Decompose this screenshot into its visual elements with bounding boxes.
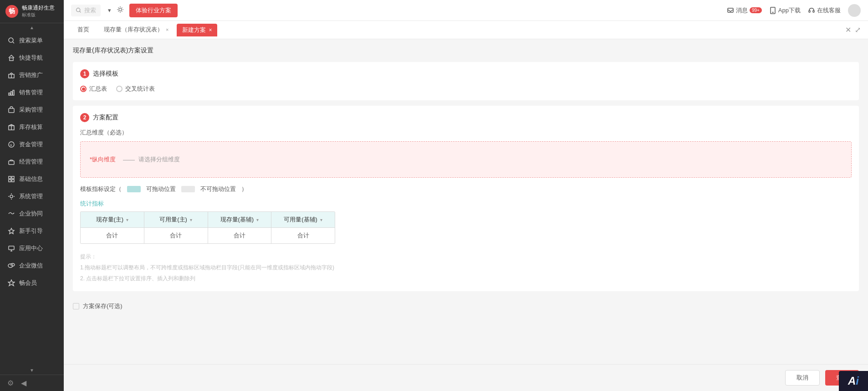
stat-col-header-1-label: 可用量(主) (159, 216, 187, 224)
sidebar-item-purchase[interactable]: 采购管理 (0, 101, 64, 118)
wechat-icon (7, 262, 15, 270)
topbar-dropdown[interactable]: ▾ (106, 7, 111, 14)
radio-summary[interactable]: 汇总表 (80, 85, 107, 93)
svg-rect-15 (12, 176, 14, 179)
grid-icon (7, 175, 15, 183)
sidebar-item-label: 企业微信 (19, 262, 43, 270)
sidebar-scroll-up[interactable]: ▲ (0, 23, 64, 32)
sidebar-item-marketing[interactable]: 营销推广 (0, 67, 64, 84)
dimension-placeholder: 请选择分组维度 (138, 155, 180, 164)
topbar-search-icon (76, 7, 82, 13)
template-radio-group: 汇总表 交叉统计表 (80, 85, 852, 93)
chevron-down-icon-1: ▾ (190, 217, 192, 222)
radio-cross-circle (116, 86, 123, 92)
cancel-button[interactable]: 取消 (785, 370, 820, 386)
avatar[interactable] (848, 4, 861, 17)
section1-header: 1 选择模板 (80, 69, 852, 78)
tips-area: 提示： 1.拖动标题栏可以调整布局，不可跨维度或指标区域拖动栏目字段(只能在同一… (80, 251, 852, 284)
sidebar-item-label: 企业协同 (19, 210, 43, 218)
svg-point-28 (119, 8, 122, 11)
stat-table-header: 现存量(主) ▾ 可用量(主) ▾ 现存量(基辅) ▾ 可用量(基辅) ▾ (81, 212, 335, 227)
page-title: 现存量(库存状况表)方案设置 (73, 46, 859, 55)
online-service-item[interactable]: 在线客服 (808, 6, 841, 15)
dimension-area[interactable]: *纵向维度 —— 请选择分组维度 (80, 141, 852, 178)
topbar-gear[interactable] (117, 6, 124, 15)
vertical-dimension-label: *纵向维度 (90, 155, 116, 164)
save-label: 方案保存(可选) (83, 302, 123, 310)
topbar-search[interactable]: 搜索 (71, 5, 101, 16)
sidebar-item-inventory[interactable]: 库存核算 (0, 118, 64, 136)
sidebar-item-label: 新手引导 (19, 227, 43, 235)
sidebar-item-finance[interactable]: ¥ 资金管理 (0, 136, 64, 153)
money-icon: ¥ (7, 140, 15, 149)
search-text: 搜索 (84, 6, 96, 15)
sidebar-item-label: 采购管理 (19, 106, 43, 114)
settings-bottom-icon[interactable]: ⚙ (7, 379, 14, 387)
svg-rect-8 (9, 108, 14, 113)
save-checkbox[interactable] (73, 303, 79, 309)
trial-btn[interactable]: 体验行业方案 (129, 4, 178, 17)
sidebar-nav: 搜索菜单 快捷导航 营销推广 销售管理 采购管理 (0, 32, 64, 366)
radio-cross[interactable]: 交叉统计表 (116, 85, 155, 93)
summary-dimension-label: 汇总维度（必选） (80, 129, 852, 137)
sidebar-item-label: 搜索菜单 (19, 36, 43, 45)
tab-expand-icon[interactable]: ⤢ (855, 26, 861, 34)
sidebar-item-label: 经营管理 (19, 158, 43, 166)
online-service-label: 在线客服 (817, 6, 841, 15)
tab-inventory[interactable]: 现存量（库存状况表） × (97, 22, 175, 38)
bag-icon (7, 106, 15, 114)
sidebar-scroll-down[interactable]: ▼ (0, 366, 64, 375)
movable-label: 可拖动位置 (146, 185, 176, 193)
app-download-item[interactable]: App下载 (769, 6, 801, 15)
sidebar-item-sales[interactable]: 销售管理 (0, 84, 64, 101)
message-label: 消息 (736, 6, 748, 15)
sidebar-item-system[interactable]: 系统管理 (0, 188, 64, 205)
sidebar-item-collab[interactable]: 企业协同 (0, 205, 64, 222)
sidebar-logo: 畅 畅康通好生意 标准版 (0, 0, 64, 23)
stat-col-header-2[interactable]: 现存量(基辅) ▾ (208, 212, 272, 227)
stat-cell-0-2: 合计 (208, 228, 272, 243)
save-row: 方案保存(可选) (73, 297, 859, 310)
sidebar-item-app[interactable]: 应用中心 (0, 240, 64, 257)
stat-cell-0-0: 合计 (81, 228, 144, 243)
app-download-icon (769, 7, 776, 14)
message-item[interactable]: 消息 99+ (727, 6, 762, 15)
stat-col-header-3[interactable]: 可用量(基辅) ▾ (271, 212, 335, 227)
sidebar-item-guide[interactable]: 新手引导 (0, 222, 64, 240)
stat-col-header-1[interactable]: 可用量(主) ▾ (144, 212, 208, 227)
section-config: 2 方案配置 汇总维度（必选） *纵向维度 —— 请选择分组维度 模板指标设定（… (73, 106, 859, 291)
section2-num: 2 (80, 113, 89, 122)
radio-summary-label: 汇总表 (89, 85, 107, 93)
tab-new-close[interactable]: × (209, 27, 212, 33)
tab-collapse-icon[interactable]: ✕ (845, 26, 851, 34)
immovable-label: 不可拖动位置 (200, 185, 236, 193)
sidebar-item-wechat[interactable]: 企业微信 (0, 257, 64, 274)
app-name: 畅康通好生意 (22, 5, 55, 12)
sidebar-bottom: ⚙ ◀ (0, 375, 64, 391)
tab-inventory-close[interactable]: × (166, 27, 168, 32)
handshake-icon (7, 210, 15, 218)
statistics-table: 现存量(主) ▾ 可用量(主) ▾ 现存量(基辅) ▾ 可用量(基辅) ▾ (80, 211, 335, 244)
sidebar-item-member[interactable]: 畅会员 (0, 274, 64, 292)
svg-rect-17 (12, 180, 14, 182)
statistics-label: 统计指标 (80, 200, 852, 208)
chevron-down-icon: ▾ (108, 7, 111, 14)
stat-cell-0-1: 合计 (144, 228, 208, 243)
svg-point-23 (8, 264, 13, 268)
svg-marker-25 (8, 280, 15, 286)
sidebar-item-label: 库存核算 (19, 123, 43, 131)
stat-col-header-0[interactable]: 现存量(主) ▾ (81, 212, 144, 227)
sidebar-item-label: 营销推广 (19, 71, 43, 79)
sidebar-item-label: 应用中心 (19, 244, 43, 252)
sidebar-item-basic[interactable]: 基础信息 (0, 170, 64, 188)
briefcase-icon (7, 158, 15, 166)
svg-text:¥: ¥ (10, 143, 12, 147)
sidebar-item-search[interactable]: 搜索菜单 (0, 32, 64, 49)
tab-home[interactable]: 首页 (71, 22, 96, 38)
template-indicator-end: ） (241, 185, 247, 193)
tab-new-scheme[interactable]: 新建方案 × (177, 24, 217, 36)
sidebar-item-management[interactable]: 经营管理 (0, 153, 64, 170)
volume-icon[interactable]: ◀ (21, 379, 26, 387)
sidebar-item-nav[interactable]: 快捷导航 (0, 49, 64, 67)
template-indicator-text: 模板指标设定（ (80, 185, 122, 193)
